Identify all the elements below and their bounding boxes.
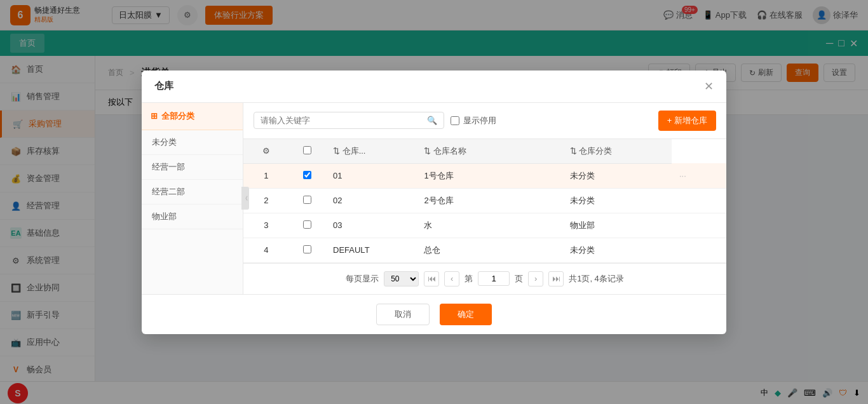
page-suffix: 页 xyxy=(515,273,523,285)
row-index: 1 xyxy=(243,163,289,188)
pagination: 每页显示 50 10 20 100 ⏮ ‹ 第 页 › ⏭ 共1页, 4条记录 xyxy=(243,263,726,294)
table-row[interactable]: 2 02 2号仓库 未分类 xyxy=(243,188,726,213)
row-code: 03 xyxy=(325,213,416,238)
row-index: 2 xyxy=(243,188,289,213)
chevron-left-icon: 《 xyxy=(243,195,248,202)
row-checkbox[interactable] xyxy=(289,213,325,238)
row-category: 物业部 xyxy=(562,213,672,238)
dialog-close-button[interactable]: ✕ xyxy=(704,79,714,93)
grid-icon: ⊞ xyxy=(151,111,158,121)
page-number-input[interactable] xyxy=(478,271,510,286)
row-name: 1号仓库 xyxy=(416,163,562,188)
add-warehouse-button[interactable]: + 新增仓库 xyxy=(658,111,716,131)
page-label: 第 xyxy=(465,273,473,285)
table-row[interactable]: 4 DEFAULT 总仓 未分类 xyxy=(243,238,726,262)
show-disabled-checkbox[interactable] xyxy=(451,116,459,125)
row-index: 4 xyxy=(243,238,289,262)
page-last-button[interactable]: ⏭ xyxy=(548,271,564,286)
table-row[interactable]: 1 01 1号仓库 未分类 ··· xyxy=(243,163,726,188)
category-item-property[interactable]: 物业部 xyxy=(142,205,243,229)
col-header-check xyxy=(289,139,325,164)
row-index: 3 xyxy=(243,213,289,238)
per-page-label: 每页显示 xyxy=(346,273,379,285)
category-header[interactable]: ⊞ 全部分类 xyxy=(142,103,243,130)
sort-icon-name: ⇅ xyxy=(424,146,431,156)
cancel-button[interactable]: 取消 xyxy=(376,304,430,325)
row-action[interactable]: ··· xyxy=(672,163,726,188)
gear-col-icon: ⚙ xyxy=(262,146,270,156)
category-panel: ⊞ 全部分类 未分类 经营一部 经营二部 物业部 《 xyxy=(142,103,243,294)
select-all-checkbox[interactable] xyxy=(303,146,311,154)
sort-icon-cat: ⇅ xyxy=(570,146,577,156)
dialog-overlay: 仓库 ✕ ⊞ 全部分类 未分类 经营一部 经营二部 物业部 《 xyxy=(0,0,868,404)
row-code: 02 xyxy=(325,188,416,213)
dialog-title: 仓库 xyxy=(154,80,173,92)
row-category: 未分类 xyxy=(562,238,672,262)
row-name: 水 xyxy=(416,213,562,238)
page-prev-button[interactable]: ‹ xyxy=(444,271,459,286)
show-disabled-label: 显示停用 xyxy=(463,115,496,126)
table-row[interactable]: 3 03 水 物业部 xyxy=(243,213,726,238)
row-checkbox[interactable] xyxy=(289,163,325,188)
row-category: 未分类 xyxy=(562,188,672,213)
search-icon: 🔍 xyxy=(427,116,437,125)
warehouse-table: ⚙ ⇅ 仓库... ⇅ 仓库名称 xyxy=(243,139,726,263)
collapse-panel-button[interactable]: 《 xyxy=(241,187,249,210)
category-item-ops2[interactable]: 经营二部 xyxy=(142,180,243,205)
dialog-footer: 取消 确定 xyxy=(142,294,726,334)
sort-icon: ⇅ xyxy=(333,146,340,156)
row-code: DEFAULT xyxy=(325,238,416,262)
dialog-body: ⊞ 全部分类 未分类 经营一部 经营二部 物业部 《 🔍 xyxy=(142,103,726,294)
row-checkbox[interactable] xyxy=(289,188,325,213)
search-box: 🔍 xyxy=(254,112,444,129)
col-header-name: ⇅ 仓库名称 xyxy=(416,139,562,164)
row-name: 2号仓库 xyxy=(416,188,562,213)
row-checkbox[interactable] xyxy=(289,238,325,262)
col-header-code: ⇅ 仓库... xyxy=(325,139,416,164)
row-name: 总仓 xyxy=(416,238,562,262)
confirm-button[interactable]: 确定 xyxy=(440,304,492,325)
warehouse-panel: 🔍 显示停用 + 新增仓库 ⚙ xyxy=(243,103,726,294)
row-category: 未分类 xyxy=(562,163,672,188)
category-item-uncategorized[interactable]: 未分类 xyxy=(142,130,243,155)
category-item-ops1[interactable]: 经营一部 xyxy=(142,155,243,180)
search-input[interactable] xyxy=(261,116,423,125)
col-header-settings: ⚙ xyxy=(243,139,289,164)
page-first-button[interactable]: ⏮ xyxy=(424,271,439,286)
show-disabled-option: 显示停用 xyxy=(451,115,496,126)
row-code: 01 xyxy=(325,163,416,188)
category-header-label: 全部分类 xyxy=(161,111,194,122)
page-next-button[interactable]: › xyxy=(528,271,543,286)
warehouse-dialog: 仓库 ✕ ⊞ 全部分类 未分类 经营一部 经营二部 物业部 《 xyxy=(142,71,726,334)
action-dots-icon[interactable]: ··· xyxy=(679,171,686,180)
dialog-header: 仓库 ✕ xyxy=(142,71,726,103)
total-records: 共1页, 4条记录 xyxy=(569,273,624,285)
col-header-category: ⇅ 仓库分类 xyxy=(562,139,672,164)
per-page-select[interactable]: 50 10 20 100 xyxy=(384,271,419,286)
warehouse-toolbar: 🔍 显示停用 + 新增仓库 xyxy=(243,103,726,139)
